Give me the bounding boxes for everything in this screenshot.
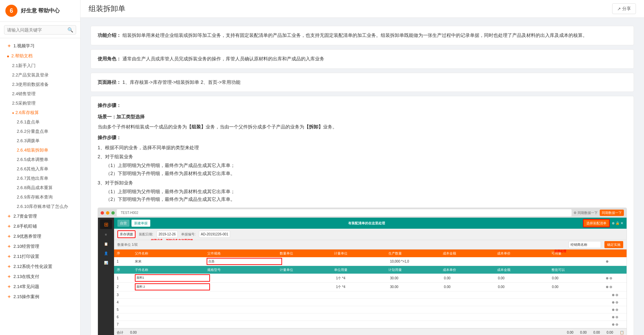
path-label: 页面路径：	[98, 79, 121, 85]
sidebar-item-mobile[interactable]: ＋ 2.8手机旺铺	[0, 221, 80, 231]
ss-nav-item3: 👤	[100, 249, 112, 257]
sidebar-item-transfer[interactable]: 2.6.3调拨单	[0, 136, 80, 146]
sidebar-item-docs[interactable]: ● 2.帮助文档	[0, 51, 80, 61]
content-area: 功能介绍： 组装拆卸单用来处理企业组装或拆卸等加工业务，支持有固定装配清单的产品…	[80, 18, 644, 335]
ss-type-select[interactable]: 库存调拨	[117, 230, 136, 238]
sidebar-item-cost-recalc[interactable]: 2.6.8商品成本重算	[0, 183, 80, 192]
sidebar-item-split-inventory[interactable]: 2.6.2分量盘点单	[0, 127, 80, 136]
role-text: 通常由生产人员或库管人员完成拆装业务的操作，库管人员确认原材料的出库和产成品的入…	[122, 56, 324, 61]
ss-num-value: AD-20191226-001	[199, 231, 230, 238]
ss-assembly-btn[interactable]: 选择装配清单	[583, 219, 610, 227]
ss-confirm-btn[interactable]: 确定实施	[604, 241, 623, 248]
logo-icon: 6	[5, 5, 17, 17]
sidebar-item-label: 2.11打印设置	[13, 254, 39, 260]
sidebar: 6 好生意 帮助中心 🔍 ＋ 1.视频学习 ● 2.帮助文档 2.1新手入门 2…	[0, 0, 80, 335]
sidebar-item-assembly[interactable]: 2.6.4组装拆卸单	[0, 146, 80, 155]
search-input[interactable]	[7, 27, 67, 33]
path-text: 1、库存核算->库存管理->组装拆卸单 2、首页->常用功能	[122, 79, 240, 85]
ss-qty-label: 数量单位 1/双	[117, 242, 138, 247]
sidebar-item-other-out[interactable]: 2.6.7其他出库单	[0, 174, 80, 183]
ss-date-label: 装配日期:	[139, 231, 153, 237]
sidebar-item-stock-ledger[interactable]: 2.6.9库存账本查询	[0, 192, 80, 202]
sidebar-item-newbie[interactable]: 2.1新手入门	[0, 61, 80, 70]
sidebar-item-sales[interactable]: 2.4销售管理	[0, 89, 80, 99]
ss-warehouse-input[interactable]: 经销商名称	[569, 241, 601, 248]
ss-table2-row5: 5 ⊕ ⊖	[114, 306, 627, 314]
expand-icon: ＋	[7, 264, 11, 270]
expand-icon: ＋	[7, 243, 11, 249]
ss-header-annotation: 有装配清单的在这里处理	[152, 220, 581, 226]
ss-table2-row4: 4 ⊕ ⊖	[114, 299, 627, 306]
ss-table1-header: 序 父件名称 父件规格 数量单位 计量单位 生产数量 成本金额 成本单价 可用量	[114, 249, 627, 257]
main-content: 组装拆卸单 ↗ 分享 功能介绍： 组装拆卸单用来处理企业组装或拆卸等加工业务，支…	[80, 0, 644, 335]
steps-title: 操作步骤：	[98, 102, 627, 110]
sidebar-item-dataprep[interactable]: 2.3使用前数据准备	[0, 80, 80, 89]
sidebar-item-install[interactable]: 2.2产品安装及登录	[0, 70, 80, 80]
sidebar-item-purchase[interactable]: 2.5采购管理	[0, 99, 80, 108]
dot-icon: ●	[12, 111, 14, 115]
expand-icon: ＋	[7, 223, 11, 229]
sidebar-item-print[interactable]: ＋ 2.11打印设置	[0, 252, 80, 262]
sidebar-item-cost-adj[interactable]: 2.6.5成本调整单	[0, 155, 80, 164]
share-button[interactable]: ↗ 分享	[612, 3, 636, 14]
ss-table2-row7: 7 ⊕ ⊖	[114, 321, 627, 328]
ss-tab-self: 自营	[117, 220, 129, 227]
expand-icon: ＋	[7, 254, 11, 260]
ss-table2-row6: 6 ⊕ ⊖	[114, 314, 627, 321]
sidebar-item-other-in[interactable]: 2.6.6其他入库单	[0, 164, 80, 174]
logo-text: 好生意 帮助中心	[21, 7, 60, 14]
expand-icon: ＋	[7, 284, 11, 290]
sidebar-item-system[interactable]: ＋ 2.12系统个性化设置	[0, 262, 80, 272]
intro-card: 功能介绍： 组装拆卸单用来处理企业组装或拆卸等加工业务，支持有固定装配清单的产品…	[91, 26, 634, 45]
steps-card: 操作步骤： 场景一：加工类型选择 当由多个子件材料组装成一个成品的业务为【组装】…	[91, 96, 634, 335]
logo-area: 6 好生意 帮助中心	[0, 0, 80, 22]
step2: 2、对于组装业务	[98, 153, 627, 161]
sidebar-item-label: 1.视频学习	[13, 43, 35, 49]
sidebar-item-finance[interactable]: ＋ 2.7资金管理	[0, 211, 80, 221]
ss-sync-btn[interactable]: 同期数据一下	[600, 210, 624, 216]
ss-footer: 合计 0.00 0.00 0.00 0.00 0.00 📋	[114, 328, 627, 335]
ss-table1-row1: 1 米米 点选 10,000 *>1,0 ⊕	[114, 257, 627, 266]
page-title: 组装拆卸单	[89, 4, 125, 14]
intro-text: 组装拆卸单用来处理企业组装或拆卸等加工业务，支持有固定装配清单的产品加工业务，也…	[122, 33, 587, 38]
sidebar-item-cases[interactable]: ＋ 2.15操作案例	[0, 292, 80, 302]
sidebar-item-video[interactable]: ＋ 1.视频学习	[0, 41, 80, 51]
ss-tab-new: 新建单据	[131, 220, 150, 227]
search-box[interactable]: 🔍	[4, 25, 76, 35]
sidebar-item-management[interactable]: ＋ 2.10经营管理	[0, 241, 80, 252]
scene1-desc: 当由多个子件材料组装成一个成品的业务为【组装】业务，当由一个父件拆分成多个子产品…	[98, 123, 627, 131]
screenshot-image: TEST-H002 ⚙ 同期数据一下 同期数据一下 ⊞ ≡ 📋 👤 📊	[98, 208, 627, 335]
dot-icon: ●	[7, 54, 9, 59]
sidebar-item-inventory[interactable]: 2.6.1盘点单	[0, 117, 80, 127]
sidebar-item-faq[interactable]: ＋ 2.14常见问题	[0, 282, 80, 292]
sidebar-item-label: 2.7资金管理	[13, 213, 37, 219]
ss-icons: ⊕ 🔒 ✕	[612, 220, 623, 226]
intro-label: 功能介绍：	[98, 33, 121, 38]
nav-tree: ＋ 1.视频学习 ● 2.帮助文档 2.1新手入门 2.2产品安装及登录 2.3…	[0, 38, 80, 335]
step3-2: （2）下部明细为子件明细，最终作为产成品生成其它入库单。	[106, 196, 627, 204]
path-card: 页面路径： 1、库存核算->库存管理->组装拆卸单 2、首页->常用功能	[91, 73, 634, 92]
ss-table2-row3: 3 ⊕ ⊖	[114, 291, 627, 299]
ss-table2-header: 序 子件名称 规格型号 计量单位 单位用量 计划用量 成本单价 成本金额 整批可…	[114, 266, 627, 274]
ss-nav-item4: 📊	[100, 259, 112, 267]
search-area: 🔍	[0, 22, 80, 38]
expand-icon: ＋	[7, 213, 11, 219]
step2-2: （2）下部明细为子件明细，最终作为原材料生成其它出库单。	[106, 170, 627, 178]
top-bar: 组装拆卸单 ↗ 分享	[80, 0, 644, 18]
sidebar-item-stock[interactable]: ● 2.6库存核算	[0, 108, 80, 117]
op-steps-label: 操作步骤：	[98, 134, 627, 142]
expand-icon: ＋	[7, 43, 11, 49]
sidebar-item-label: 2.9优惠券管理	[13, 233, 41, 239]
sidebar-item-label: 2.10经营管理	[13, 243, 39, 249]
search-icon[interactable]: 🔍	[67, 27, 73, 33]
sidebar-item-ledger-fix[interactable]: 2.6.10库存账本错了怎么办	[0, 202, 80, 211]
role-label: 使用角色：	[98, 56, 121, 61]
sidebar-item-label: 2.13在线支付	[13, 274, 39, 280]
expand-icon: ＋	[7, 294, 11, 300]
sidebar-item-payment[interactable]: ＋ 2.13在线支付	[0, 272, 80, 282]
sidebar-item-coupon[interactable]: ＋ 2.9优惠券管理	[0, 231, 80, 241]
sidebar-item-label: 2.帮助文档	[11, 53, 33, 59]
ss-nav-home: ⊞	[100, 220, 112, 229]
ss-nav-item2: 📋	[100, 240, 112, 248]
expand-icon: ＋	[7, 274, 11, 280]
